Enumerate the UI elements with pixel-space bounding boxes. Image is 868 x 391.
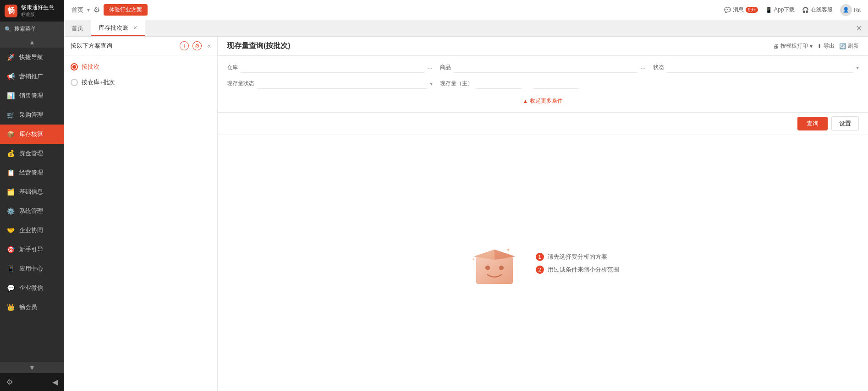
empty-state: ✦ ✦ 1 请先选择要分析的方案 2 用过滤条件来缩小分析范围 (218, 135, 868, 391)
svg-text:✦: ✦ (472, 257, 475, 262)
warehouse-more-icon[interactable]: ··· (427, 64, 433, 71)
export-btn-label: 导出 (824, 42, 835, 50)
print-dropdown-icon[interactable]: ▾ (810, 43, 813, 49)
svg-point-5 (499, 266, 504, 270)
finance-icon: 💰 (6, 149, 15, 157)
scheme-settings-btn[interactable]: ⚙ (192, 41, 202, 50)
status-dropdown-icon[interactable]: ▾ (856, 65, 859, 71)
app-download-btn[interactable]: 📱 App下载 (765, 6, 795, 14)
stock-status-input[interactable] (257, 78, 427, 89)
warehouse-filter-input[interactable] (241, 62, 424, 73)
sidebar-footer-settings[interactable]: ⚙ (6, 378, 13, 386)
sidebar-item-quick-nav[interactable]: 🚀 快捷导航 (0, 48, 64, 67)
right-content: 现存量查询(按批次) 🖨 按模板打印 ▾ ⬆ 导出 🔄 刷新 (218, 37, 868, 391)
headset-icon: 🎧 (802, 7, 809, 13)
app-download-label: App下载 (774, 6, 795, 14)
tip-text-1: 请先选择要分析的方案 (548, 253, 607, 261)
sidebar-item-label: 营销推广 (19, 72, 43, 81)
operations-icon: 📋 (6, 168, 15, 177)
tab-home[interactable]: 首页 (64, 20, 91, 36)
sidebar-scroll-up[interactable]: ▲ (0, 37, 64, 48)
product-more-icon[interactable]: ··· (640, 64, 646, 71)
sidebar-item-enterprise[interactable]: 🤝 企业协同 (0, 221, 64, 240)
inventory-icon: 📦 (6, 130, 15, 138)
settings-btn[interactable]: 设置 (831, 116, 859, 131)
sidebar-item-label: 企业微信 (19, 284, 43, 292)
enterprise-icon: 🤝 (6, 226, 15, 234)
user-avatar: 👤 (840, 4, 852, 16)
sidebar-item-label: 经营管理 (19, 168, 43, 177)
scheme-header-actions: + ⚙ « (180, 41, 211, 50)
scheme-add-btn[interactable]: + (180, 41, 189, 50)
tab-panel-close-btn[interactable]: ✕ (850, 20, 868, 36)
query-btn[interactable]: 查询 (797, 117, 828, 130)
stock-status-dropdown-icon[interactable]: ▾ (430, 81, 433, 87)
refresh-icon: 🔄 (839, 43, 846, 49)
topbar-settings-icon[interactable]: ⚙ (93, 5, 100, 14)
page-title-bar: 现存量查询(按批次) 🖨 按模板打印 ▾ ⬆ 导出 🔄 刷新 (218, 37, 868, 56)
stock-qty-to-input[interactable] (533, 78, 579, 89)
print-btn-label: 按模板打印 (780, 42, 808, 50)
trial-btn[interactable]: 体验行业方案 (104, 4, 148, 16)
sidebar-footer-collapse[interactable]: ◀ (52, 378, 58, 386)
sidebar-item-label: 系统管理 (19, 207, 43, 215)
sidebar-item-label: 资金管理 (19, 149, 43, 157)
quick-nav-icon: 🚀 (6, 53, 15, 61)
sidebar-search-label: 搜索菜单 (14, 25, 36, 33)
online-service-btn[interactable]: 🎧 在线客服 (802, 6, 833, 14)
purchase-icon: 🛒 (6, 111, 15, 119)
export-btn[interactable]: ⬆ 导出 (817, 42, 835, 50)
empty-illustration: ✦ ✦ (467, 236, 522, 291)
search-icon: 🔍 (5, 26, 11, 33)
sidebar-item-basics[interactable]: 🗂️ 基础信息 (0, 182, 64, 201)
sidebar-nav: 🚀 快捷导航 📢 营销推广 📊 销售管理 🛒 采购管理 📦 库存核算 💰 资金管… (0, 48, 64, 362)
refresh-btn[interactable]: 🔄 刷新 (839, 42, 859, 50)
stock-qty-from-input[interactable] (476, 78, 522, 89)
scheme-radio-warehouse-batch (71, 79, 78, 86)
topbar-dropdown-icon[interactable]: ▾ (87, 7, 90, 13)
print-btn[interactable]: 🖨 按模板打印 ▾ (773, 42, 813, 50)
refresh-btn-label: 刷新 (848, 42, 859, 50)
tab-inventory-batch[interactable]: 库存批次账 ✕ (91, 20, 145, 36)
scheme-item-warehouse-batch[interactable]: 按仓库+批次 (64, 75, 217, 90)
filter-collapse-btn[interactable]: ▲ 收起更多条件 (227, 94, 859, 109)
user-avatar-btn[interactable]: 👤 Rit (840, 4, 861, 16)
sidebar-item-sales[interactable]: 📊 销售管理 (0, 86, 64, 105)
sidebar-item-wechat[interactable]: 💬 企业微信 (0, 278, 64, 298)
sidebar-item-marketing[interactable]: 📢 营销推广 (0, 67, 64, 86)
filter-warehouse: 仓库 ··· (227, 62, 433, 73)
company-edition: 标准版 (21, 11, 54, 18)
sidebar-item-label: 应用中心 (19, 265, 43, 273)
tab-close-icon[interactable]: ✕ (133, 25, 137, 31)
filter-status: 状态 ▾ (653, 62, 859, 73)
sidebar-item-label: 采购管理 (19, 111, 43, 119)
filter-stock-status: 现存量状态 ▾ (227, 78, 433, 89)
filter-row-2: 现存量状态 ▾ 现存量（主） — (227, 78, 859, 89)
sidebar-footer: ⚙ ◀ (0, 373, 64, 391)
message-icon: 💬 (724, 7, 731, 13)
sidebar-item-newuser[interactable]: 🎯 新手引导 (0, 240, 64, 259)
member-icon: 👑 (6, 303, 15, 311)
newuser-icon: 🎯 (6, 245, 15, 254)
sidebar-item-member[interactable]: 👑 畅会员 (0, 298, 64, 317)
svg-text:✦: ✦ (506, 247, 511, 253)
product-filter-input[interactable] (454, 62, 637, 73)
product-filter-label: 商品 (440, 64, 451, 71)
sidebar-item-apps[interactable]: 📱 应用中心 (0, 259, 64, 278)
scheme-panel: 按以下方案查询 + ⚙ « 按批次 按仓库+批次 (64, 37, 218, 391)
sidebar-item-inventory[interactable]: 📦 库存核算 (0, 125, 64, 144)
sidebar-logo: 畅 (5, 5, 17, 17)
messages-btn[interactable]: 💬 消息 99+ (724, 6, 758, 14)
sidebar-company: 畅康通好生意 标准版 (21, 4, 54, 18)
topbar-breadcrumb[interactable]: 首页 (71, 6, 83, 14)
scheme-item-batch[interactable]: 按批次 (64, 59, 217, 75)
sidebar-item-finance[interactable]: 💰 资金管理 (0, 144, 64, 163)
sidebar-scroll-down[interactable]: ▼ (0, 362, 64, 373)
sidebar-item-purchase[interactable]: 🛒 采购管理 (0, 105, 64, 125)
status-filter-input[interactable] (667, 62, 853, 73)
scheme-collapse-btn[interactable]: « (207, 42, 211, 49)
sidebar-search[interactable]: 🔍 搜索菜单 (0, 22, 64, 37)
sidebar-item-system[interactable]: ⚙️ 系统管理 (0, 201, 64, 221)
sidebar-item-operations[interactable]: 📋 经营管理 (0, 163, 64, 182)
scheme-panel-header: 按以下方案查询 + ⚙ « (64, 37, 217, 55)
